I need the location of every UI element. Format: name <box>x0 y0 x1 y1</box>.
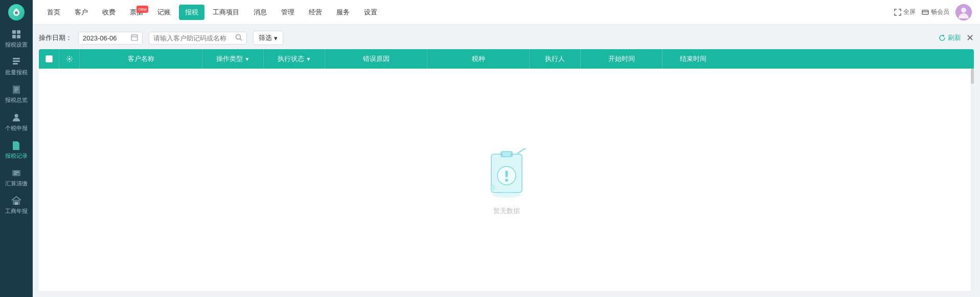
th-start-time: 开始时间 <box>581 49 663 69</box>
tax-settings-icon <box>11 29 22 40</box>
refresh-button[interactable]: 刷新 <box>939 33 961 43</box>
settings-icon <box>66 55 73 62</box>
toolbar: 操作日期： <box>39 31 974 45</box>
svg-point-39 <box>492 193 521 198</box>
table: 客户名称 操作类型 ▼ 执行状态 ▼ 错误原因 税种 执行人 <box>39 49 974 291</box>
nav-item-billing[interactable]: 收费 <box>96 5 122 20</box>
header-checkbox[interactable] <box>45 55 53 62</box>
date-input-wrap[interactable] <box>78 32 143 45</box>
sidebar-label-tax-settings: 报税设置 <box>5 41 28 48</box>
sidebar-item-batch-tax[interactable]: 批量报税 <box>0 52 33 80</box>
avatar-image <box>955 4 972 20</box>
sidebar-item-annual-report[interactable]: 工商年报 <box>0 191 33 219</box>
svg-rect-12 <box>12 170 20 176</box>
nav-item-home[interactable]: 首页 <box>41 5 66 20</box>
remit-icon <box>11 167 22 179</box>
table-header: 客户名称 操作类型 ▼ 执行状态 ▼ 错误原因 税种 执行人 <box>39 49 974 69</box>
svg-rect-14 <box>14 174 17 175</box>
sort-icon-status: ▼ <box>306 56 311 62</box>
th-error-reason: 错误原因 <box>325 49 427 69</box>
empty-illustration <box>481 144 532 200</box>
nav-item-business[interactable]: 工商项目 <box>207 5 245 20</box>
main-area: 首页 客户 收费 票据 new 记账 报税 工商项目 消息 <box>33 0 980 297</box>
th-exec-status[interactable]: 执行状态 ▼ <box>264 49 325 69</box>
toolbar-right: 刷新 ✕ <box>939 32 974 44</box>
nav-item-services[interactable]: 服务 <box>330 5 356 20</box>
svg-rect-5 <box>13 58 20 59</box>
avatar[interactable] <box>955 4 972 20</box>
svg-rect-13 <box>14 172 19 173</box>
nav-item-management[interactable]: 管理 <box>275 5 301 20</box>
topnav-right: 全屏 畅会员 <box>894 4 972 20</box>
svg-point-0 <box>15 11 18 14</box>
svg-rect-3 <box>12 35 16 38</box>
sidebar-label-annual-report: 工商年报 <box>5 208 28 215</box>
calendar-svg <box>131 34 138 41</box>
svg-point-25 <box>236 34 241 39</box>
filter-button[interactable]: 筛选 ▾ <box>253 31 283 45</box>
close-button[interactable]: ✕ <box>966 32 974 44</box>
th-checkbox[interactable] <box>39 49 59 69</box>
sidebar-item-tax-settings[interactable]: 报税设置 <box>0 25 33 52</box>
search-svg <box>235 34 242 41</box>
avatar-svg <box>955 4 972 20</box>
sidebar-item-tax-summary[interactable]: 报税总览 <box>0 80 33 108</box>
svg-point-27 <box>69 58 71 60</box>
sidebar-item-remit[interactable]: 汇算清缴 <box>0 163 33 191</box>
nav-item-operations[interactable]: 经营 <box>303 5 328 20</box>
refresh-icon <box>939 34 946 41</box>
invoice-new-badge: new <box>136 6 148 13</box>
svg-line-36 <box>518 149 524 153</box>
svg-point-35 <box>505 179 508 182</box>
svg-point-11 <box>15 114 18 117</box>
chevron-down-icon: ▾ <box>274 34 278 42</box>
svg-rect-21 <box>131 35 138 40</box>
svg-rect-8 <box>14 88 18 89</box>
svg-rect-6 <box>13 60 20 62</box>
nav-item-tax[interactable]: 报税 <box>179 5 204 20</box>
nav-item-bookkeeping[interactable]: 记账 <box>151 5 177 20</box>
calendar-icon <box>131 34 138 43</box>
page-content: 操作日期： <box>33 25 980 297</box>
fullscreen-button[interactable]: 全屏 <box>894 8 916 16</box>
svg-rect-31 <box>503 152 511 156</box>
topnav: 首页 客户 收费 票据 new 记账 报税 工商项目 消息 <box>33 0 980 25</box>
th-tax-type: 税种 <box>427 49 530 69</box>
sidebar-label-tax-summary: 报税总览 <box>5 97 28 103</box>
search-wrap <box>149 32 247 45</box>
th-settings[interactable] <box>59 49 80 69</box>
date-label: 操作日期： <box>39 33 72 43</box>
nav-items: 首页 客户 收费 票据 new 记账 报税 工商项目 消息 <box>41 5 894 20</box>
tax-records-icon <box>11 140 22 151</box>
sidebar-logo <box>0 0 33 25</box>
svg-marker-37 <box>524 148 526 150</box>
svg-rect-7 <box>13 63 18 65</box>
nav-item-settings[interactable]: 设置 <box>358 5 383 20</box>
table-scrollbar[interactable] <box>971 69 974 291</box>
svg-rect-1 <box>12 30 16 34</box>
sidebar-item-personal-tax[interactable]: 个税申报 <box>0 108 33 136</box>
nav-item-messages[interactable]: 消息 <box>247 5 273 20</box>
th-operation-type[interactable]: 操作类型 ▼ <box>202 49 264 69</box>
date-input[interactable] <box>83 34 129 42</box>
search-input[interactable] <box>153 34 235 42</box>
nav-item-invoice[interactable]: 票据 new <box>124 5 149 20</box>
member-icon <box>922 9 929 16</box>
svg-rect-2 <box>17 30 20 34</box>
sidebar-item-tax-records[interactable]: 报税记录 <box>0 136 33 163</box>
member-button[interactable]: 畅会员 <box>922 8 949 16</box>
sort-icon-operation: ▼ <box>245 56 250 62</box>
svg-rect-4 <box>17 35 20 38</box>
nav-item-client[interactable]: 客户 <box>69 5 94 20</box>
personal-tax-icon <box>11 112 22 123</box>
sidebar: 报税设置 批量报税 报税总览 <box>0 0 33 297</box>
sidebar-label-tax-records: 报税记录 <box>5 153 28 159</box>
svg-rect-16 <box>15 202 18 205</box>
th-executor: 执行人 <box>530 49 581 69</box>
sidebar-label-remit: 汇算清缴 <box>5 180 28 187</box>
search-icon[interactable] <box>235 34 242 43</box>
svg-rect-10 <box>14 91 17 92</box>
annual-report-icon <box>11 195 22 206</box>
scrollbar-thumb <box>971 69 974 84</box>
empty-state: 暂无数据 <box>481 144 532 216</box>
